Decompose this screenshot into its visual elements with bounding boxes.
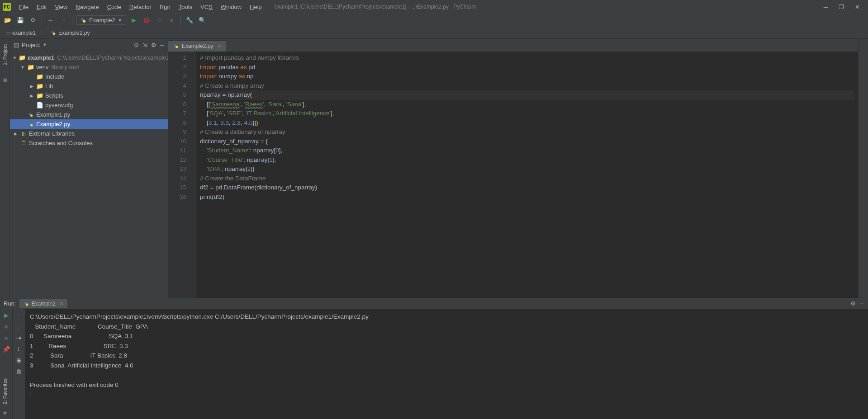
pin-icon[interactable]: 📌 [3, 346, 10, 353]
folder-icon: 📁 [36, 92, 43, 99]
close-icon[interactable]: ✕ [59, 301, 64, 307]
back-icon[interactable]: ← [46, 15, 56, 25]
tree-scratches[interactable]: 🗒 Scratches and Consoles [10, 138, 168, 148]
maximize-button[interactable]: ❐ [839, 4, 844, 10]
collapse-icon[interactable]: ⇲ [142, 42, 147, 48]
menu-view[interactable]: View [51, 2, 71, 12]
chevron-right-icon: 〉 [40, 29, 46, 37]
project-panel: ▤ Project ▼ ⊙ ⇲ ⚙ ─ ▼ 📁 example1C:\Users… [10, 39, 168, 298]
chevron-right-icon: ▶ [29, 94, 34, 98]
separator [180, 16, 181, 25]
tree-external-libs[interactable]: ▶ ⫼ External Libraries [10, 129, 168, 138]
crumb-file[interactable]: Example2.py [47, 29, 92, 37]
hide-icon[interactable]: ─ [860, 300, 864, 307]
refresh-icon[interactable]: ⟳ [28, 15, 38, 25]
tree-include[interactable]: 📁 Include [10, 72, 168, 81]
tree-scripts[interactable]: ▶ 📁 Scripts [10, 91, 168, 100]
debug-button[interactable]: 🐞 [142, 15, 152, 25]
tree-lib[interactable]: ▶ 📁 Lib [10, 81, 168, 91]
separator [42, 16, 42, 25]
tool-tab-project[interactable]: 1: Project [1, 42, 9, 68]
project-view-icon: ▤ [14, 42, 19, 48]
hide-icon[interactable]: ─ [160, 42, 164, 48]
svg-point-5 [30, 114, 33, 117]
python-icon [23, 301, 29, 307]
project-tree[interactable]: ▼ 📁 example1C:\Users\DELL\PycharmProject… [10, 51, 168, 298]
scroll-end-icon[interactable]: ⤓ [16, 346, 21, 353]
save-icon[interactable]: 💾 [15, 15, 25, 25]
run-secondary-tools: ↑ ↓ ⇥ ⤓ 🖶 🗑 [13, 309, 25, 419]
menu-tools[interactable]: Tools [175, 2, 196, 12]
locate-icon[interactable]: ⊙ [134, 42, 139, 48]
svg-point-7 [30, 124, 33, 126]
print-icon[interactable]: 🖶 [16, 357, 22, 364]
python-icon [27, 121, 34, 127]
tree-example2[interactable]: Example2.py [10, 119, 168, 129]
coverage-button[interactable]: ⟲ [154, 15, 164, 25]
editor-tabs: Example2.py ✕ [168, 39, 858, 52]
tree-venv[interactable]: ▼ 📁 venvlibrary root [10, 62, 168, 72]
down-icon[interactable]: ↓ [17, 323, 20, 330]
menu-window[interactable]: Window [217, 2, 245, 12]
code-editor[interactable]: 12345678910111213141516 # Import pandas … [168, 52, 858, 298]
project-panel-title[interactable]: ▤ Project ▼ [14, 42, 134, 48]
tool-tab-structure[interactable]: ▦ [1, 75, 9, 86]
svg-point-11 [26, 303, 28, 306]
chevron-down-icon: ▼ [13, 56, 17, 60]
svg-point-1 [83, 20, 85, 23]
layout-icon[interactable]: ≡ [5, 334, 8, 341]
trash-icon[interactable]: 🗑 [16, 368, 22, 375]
folder-icon: 📁 [36, 73, 43, 80]
star-icon[interactable]: ★ [2, 410, 8, 416]
minimize-button[interactable]: ─ [824, 4, 828, 10]
open-icon[interactable]: 📂 [3, 15, 13, 25]
menu-help[interactable]: Help [246, 2, 266, 12]
chevron-down-icon: ▼ [43, 42, 47, 47]
left-tool-gutter: 1: Project ▦ [0, 39, 10, 298]
menu-navigate[interactable]: Navigate [72, 2, 102, 12]
text-cursor [30, 391, 30, 398]
titlebar: PC File Edit View Navigate Code Refactor… [0, 0, 868, 14]
toolbar: 📂 💾 ⟳ ← → Example2 ▼ ▶ 🐞 ⟲ ■ 🔧 🔍 [0, 14, 868, 27]
tree-pyvenv[interactable]: 📄 pyvenv.cfg [10, 100, 168, 110]
line-gutter: 12345678910111213141516 [168, 52, 191, 298]
chevron-down-icon: ▼ [20, 65, 25, 70]
python-icon [50, 30, 57, 36]
close-button[interactable]: ✕ [855, 4, 860, 10]
menu-vcs[interactable]: VCS [197, 2, 216, 12]
folder-icon: ▭ [5, 30, 10, 36]
menu-edit[interactable]: Edit [33, 2, 50, 12]
menu-refactor[interactable]: Refactor [126, 2, 155, 12]
crumb-project[interactable]: ▭ example1 [3, 29, 38, 37]
editor-tab-example2[interactable]: Example2.py ✕ [168, 40, 226, 52]
gear-icon[interactable]: ⚙ [850, 300, 856, 307]
window-title: example1 [C:\Users\DELL\PycharmProjects\… [275, 4, 824, 10]
up-icon[interactable]: ↑ [17, 312, 20, 319]
tree-example1[interactable]: Example1.py [10, 110, 168, 119]
menu-code[interactable]: Code [104, 2, 125, 12]
menu-file[interactable]: File [15, 2, 32, 12]
run-config-dropdown[interactable]: Example2 ▼ [76, 15, 126, 25]
svg-point-3 [53, 33, 55, 35]
close-tab-icon[interactable]: ✕ [218, 43, 222, 49]
tree-root[interactable]: ▼ 📁 example1C:\Users\DELL\PycharmProject… [10, 53, 168, 62]
menu-run[interactable]: Run [156, 2, 174, 12]
forward-icon[interactable]: → [58, 15, 68, 25]
settings-icon[interactable]: 🔧 [185, 15, 194, 25]
stop-button[interactable]: ■ [167, 15, 177, 25]
code-content[interactable]: # Import pandas and numpy librariesimpor… [196, 52, 858, 298]
console-output[interactable]: C:\Users\DELL\PycharmProjects\example1\v… [25, 309, 868, 419]
pycharm-icon: PC [3, 3, 11, 11]
svg-point-9 [175, 46, 178, 48]
rerun-button[interactable]: ▶ [4, 312, 9, 319]
gear-icon[interactable]: ⚙ [151, 42, 157, 48]
soft-wrap-icon[interactable]: ⇥ [16, 334, 21, 341]
python-icon [27, 112, 34, 118]
search-icon[interactable]: 🔍 [197, 15, 207, 25]
run-button[interactable]: ▶ [129, 15, 139, 25]
run-panel: Run: Example2 ✕ ⚙ ─ ▶ ■ ≡ 📌 ↑ ↓ ⇥ ⤓ [0, 298, 868, 419]
tool-tab-favorites[interactable]: 2: Favorites [1, 376, 9, 407]
libraries-icon: ⫼ [20, 130, 27, 137]
run-tab[interactable]: Example2 ✕ [19, 299, 67, 308]
stop-button[interactable]: ■ [5, 323, 8, 330]
